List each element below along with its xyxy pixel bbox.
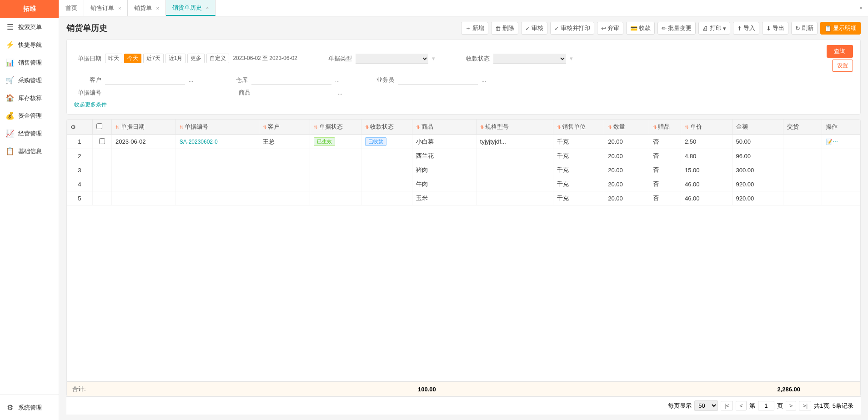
next-page-btn[interactable]: > (786, 401, 797, 410)
export-button[interactable]: ⬇ 导出 (762, 22, 788, 35)
col-unit[interactable]: ⇅ 销售单位 (553, 120, 604, 135)
date-custom-btn[interactable]: 自定义 (206, 54, 229, 63)
row-goods: 玉米 (412, 191, 477, 205)
row-checkbox-cell[interactable] (92, 135, 111, 149)
col-number[interactable]: ⇅ 单据编号 (176, 120, 259, 135)
row-checkbox-cell[interactable] (92, 177, 111, 191)
col-spec[interactable]: ⇅ 规格型号 (476, 120, 553, 135)
customer-input[interactable] (105, 75, 185, 85)
close-all-tabs[interactable]: × (854, 5, 868, 11)
filter-docnum-group: 单据编号 (74, 88, 196, 97)
row-checkbox-cell[interactable] (92, 191, 111, 205)
col-date[interactable]: ⇅ 单据日期 (111, 120, 176, 135)
col-unit-label: 销售单位 (562, 123, 586, 130)
toolbar: ＋ 新增 🗑 删除 ✓ 审核 ✓ 审核并打印 ↩ 弃审 (461, 22, 861, 35)
goods-picker-btn[interactable]: ... (338, 90, 342, 96)
col-customer[interactable]: ⇅ 客户 (259, 120, 310, 135)
col-doc-status[interactable]: ⇅ 单据状态 (310, 120, 361, 135)
filter-payment-group: 收款状态 ▾ (462, 54, 573, 64)
query-button[interactable]: 查询 (827, 45, 853, 58)
table-scroll[interactable]: ⚙ ⇅ 单据日期 ⇅ 单据编号 (67, 120, 860, 381)
batch-change-button[interactable]: ✏ 批量变更 (657, 22, 696, 35)
tab-sales-history-close[interactable]: × (206, 5, 209, 10)
per-page-select[interactable]: 50 20 100 (694, 400, 718, 411)
date-more-btn[interactable]: 更多 (187, 54, 205, 63)
row-checkbox[interactable] (99, 138, 105, 144)
col-number-sort-icon: ⇅ (180, 125, 183, 130)
customer-picker-btn[interactable]: ... (189, 77, 193, 83)
tab-sales-history[interactable]: 销货单历史 × (166, 0, 216, 16)
tab-sales-delivery[interactable]: 销货单 × (128, 0, 166, 16)
sidebar-item-basic-info[interactable]: 📋 基础信息 (0, 142, 59, 160)
select-all-checkbox[interactable] (96, 123, 102, 129)
settings-button[interactable]: 设置 (832, 60, 853, 72)
sidebar-item-search-menu[interactable]: ☰ 搜索菜单 (0, 18, 59, 36)
sidebar-bottom: ⚙ 系统管理 (0, 395, 59, 420)
col-qty-label: 数量 (613, 123, 625, 130)
sidebar-item-finance[interactable]: 💰 资金管理 (0, 107, 59, 125)
col-checkbox[interactable] (92, 120, 111, 135)
sidebar-item-quick-nav[interactable]: ⚡ 快捷导航 (0, 36, 59, 54)
docnum-input[interactable] (105, 88, 196, 97)
row-unit: 千克 (553, 135, 604, 149)
prev-page-btn[interactable]: < (736, 401, 747, 410)
add-button[interactable]: ＋ 新增 (461, 22, 488, 35)
row-doc-status (310, 163, 361, 177)
print-button[interactable]: 🖨 打印 ▾ (698, 22, 730, 35)
tab-sales-delivery-close[interactable]: × (156, 5, 159, 11)
doc-number-link[interactable]: SA-20230602-0 (180, 139, 218, 145)
collect-button[interactable]: 💳 收款 (626, 22, 655, 35)
table-row: 1 2023-06-02 SA-20230602-0 王总 已生效 已收款 小白… (67, 135, 860, 149)
row-goods: 牛肉 (412, 177, 477, 191)
abandon-button[interactable]: ↩ 弃审 (597, 22, 623, 35)
tab-home[interactable]: 首页 (59, 0, 84, 16)
col-settings[interactable]: ⚙ (67, 120, 92, 135)
row-checkbox-cell[interactable] (92, 163, 111, 177)
warehouse-input[interactable] (251, 75, 331, 85)
date-range-display: 2023-06-02 至 2023-06-02 (233, 55, 297, 62)
warehouse-picker-btn[interactable]: ... (335, 77, 340, 83)
tab-home-label: 首页 (65, 4, 77, 12)
date-today-btn[interactable]: 今天 (124, 54, 141, 63)
import-button[interactable]: ⬆ 导入 (733, 22, 759, 35)
audit-print-button[interactable]: ✓ 审核并打印 (550, 22, 594, 35)
col-gift[interactable]: ⇅ 赠品 (649, 120, 681, 135)
first-page-btn[interactable]: |< (721, 401, 733, 410)
more-action[interactable]: ⋯ (833, 139, 838, 145)
payment-status-select[interactable] (493, 54, 566, 64)
last-page-btn[interactable]: >| (799, 401, 811, 410)
edit-action[interactable]: 📝 (826, 139, 833, 145)
date-7days-btn[interactable]: 近7天 (143, 54, 164, 63)
warehouse-label: 仓库 (221, 76, 248, 84)
tab-sales-order[interactable]: 销售订单 × (84, 0, 128, 16)
content-area: 销货单历史 ＋ 新增 🗑 删除 ✓ 审核 ✓ 审核并打印 (59, 16, 868, 420)
date-1month-btn[interactable]: 近1月 (166, 54, 186, 63)
col-qty[interactable]: ⇅ 数量 (604, 120, 649, 135)
sidebar-item-purchase-mgmt[interactable]: 🛒 采购管理 (0, 71, 59, 89)
row-payment-status: 已收款 (361, 135, 412, 149)
show-details-button[interactable]: 📋 显示明细 (820, 22, 861, 35)
sidebar-item-operations[interactable]: 📈 经营管理 (0, 125, 59, 142)
col-payment-status[interactable]: ⇅ 收款状态 (361, 120, 412, 135)
row-checkbox-cell[interactable] (92, 149, 111, 163)
tab-sales-order-close[interactable]: × (118, 5, 121, 11)
col-goods[interactable]: ⇅ 商品 (412, 120, 477, 135)
business-input[interactable] (398, 75, 478, 85)
col-price-sort-icon: ⇅ (685, 125, 688, 130)
col-amount-label: 金额 (736, 123, 748, 130)
refresh-button[interactable]: ↻ 刷新 (791, 22, 818, 35)
sidebar-item-sales-mgmt[interactable]: 📊 销售管理 (0, 54, 59, 71)
col-price[interactable]: ⇅ 单价 (681, 120, 733, 135)
goods-input[interactable] (254, 88, 334, 97)
row-number (176, 149, 259, 163)
delete-button[interactable]: 🗑 删除 (491, 22, 518, 35)
date-yesterday-btn[interactable]: 昨天 (105, 54, 122, 63)
page-input[interactable] (758, 401, 774, 410)
audit-button[interactable]: ✓ 审核 (521, 22, 547, 35)
doctype-select[interactable] (356, 54, 428, 64)
collapse-filter-btn[interactable]: 收起更多条件 (74, 101, 853, 109)
sidebar-label-purchase-mgmt: 采购管理 (18, 76, 42, 85)
business-picker-btn[interactable]: ... (482, 77, 486, 83)
sidebar-item-inventory[interactable]: 🏠 库存核算 (0, 89, 59, 107)
sidebar-item-sys-mgmt[interactable]: ⚙ 系统管理 (0, 399, 59, 416)
